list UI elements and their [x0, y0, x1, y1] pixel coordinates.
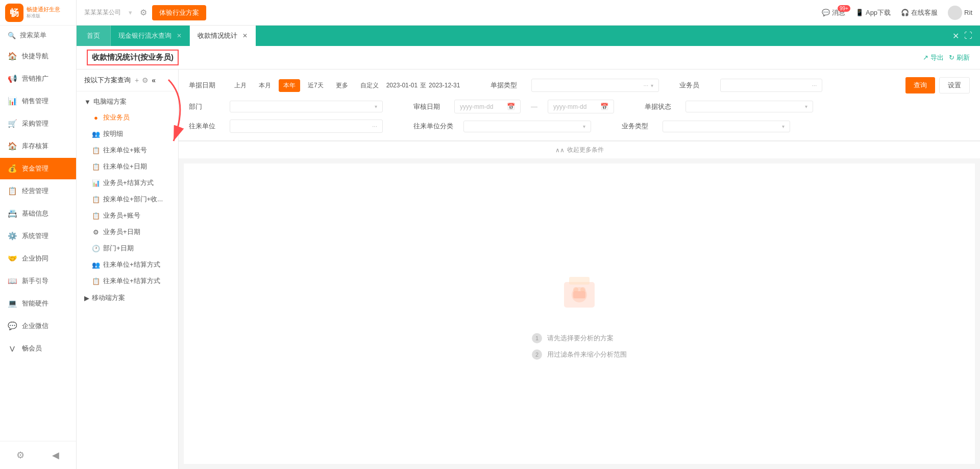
partner-settlement2-icon: 📋: [92, 277, 100, 285]
sidebar-item-inventory[interactable]: 🏠 库存核算: [0, 135, 76, 157]
tree-item-salesman-date[interactable]: ⚙ 业务员+日期: [77, 224, 178, 240]
topbar-message-btn[interactable]: 💬 消息 99+: [822, 8, 845, 17]
calendar-start-icon[interactable]: 📅: [507, 103, 515, 110]
partner-category-select[interactable]: ▾: [463, 121, 591, 132]
scheme-settings-icon[interactable]: ⚙: [142, 76, 149, 84]
sidebar-item-marketing[interactable]: 📢 营销推广: [0, 68, 76, 89]
salesman-select[interactable]: ···: [720, 79, 822, 92]
inventory-icon: 🏠: [8, 142, 17, 151]
logo-badge: 标准版: [27, 13, 60, 19]
date-btn-7-days[interactable]: 近7天: [303, 79, 328, 92]
service-label: 在线客服: [911, 8, 938, 17]
tree-item-partner-settlement2[interactable]: 📋 往来单位+结算方式: [77, 273, 178, 289]
tree-mobile-header[interactable]: ▶ 移动端方案: [77, 289, 178, 306]
tab-actions: ✕ ⛶: [945, 31, 980, 41]
review-date-start-value: yyyy-mm-dd: [460, 103, 504, 110]
sidebar-item-basic[interactable]: 📇 基础信息: [0, 203, 76, 224]
tree-item-by-salesman[interactable]: ● 按业务员: [77, 109, 178, 126]
empty-steps: 1 请先选择要分析的方案 2 用过滤条件来缩小分析范围: [532, 333, 627, 366]
sidebar-item-purchase[interactable]: 🛒 采购管理: [0, 113, 76, 134]
topbar-right: 💬 消息 99+ 📱 App下载 🎧 在线客服 Rit: [822, 6, 972, 20]
sidebar-item-system[interactable]: ⚙️ 系统管理: [0, 225, 76, 247]
voucher-status-label: 单据状态: [645, 102, 675, 111]
refresh-btn[interactable]: ↻ 刷新: [949, 53, 970, 62]
tab-bank-close-icon[interactable]: ✕: [177, 32, 182, 39]
sidebar-item-guide[interactable]: 📖 新手引导: [0, 270, 76, 292]
sidebar-search[interactable]: 🔍 搜索菜单: [0, 26, 76, 45]
tree-item-partner-dept[interactable]: 📋 按来单位+部门+收...: [77, 191, 178, 207]
voucher-type-more-icon: ···: [643, 82, 648, 89]
tree-item-dept-date[interactable]: 🕐 部门+日期: [77, 240, 178, 256]
add-scheme-icon[interactable]: +: [135, 76, 139, 84]
calendar-end-icon[interactable]: 📅: [600, 103, 608, 110]
voucher-type-select[interactable]: ··· ▾: [531, 79, 659, 92]
partner-select[interactable]: ···: [230, 120, 383, 133]
partner-category-arrow-icon: ▾: [583, 124, 585, 129]
dept-select[interactable]: ▾: [230, 101, 383, 112]
tree-item-salesman-settlement-label: 业务员+结算方式: [103, 178, 154, 187]
tab-bank[interactable]: 现金银行流水查询 ✕: [111, 26, 190, 46]
empty-illustration: [549, 262, 610, 323]
user-avatar: [948, 6, 962, 20]
collapse-panel-icon[interactable]: «: [152, 76, 156, 84]
tree-section: ▼ 电脑端方案 ● 按业务员 👥 按明细 📋 往来单位+账号 📋 往来: [77, 91, 178, 308]
tab-receipt-close-icon[interactable]: ✕: [242, 32, 248, 39]
voucher-status-select[interactable]: ▾: [685, 101, 813, 112]
topbar-dropdown-arrow: ▾: [129, 9, 132, 16]
tab-maximize-icon[interactable]: ⛶: [964, 31, 972, 40]
guide-label: 新手引导: [22, 276, 48, 286]
sidebar-item-vip[interactable]: V 畅会员: [0, 338, 76, 359]
date-btn-last-month[interactable]: 上月: [230, 79, 251, 92]
sidebar-item-quick-nav[interactable]: 🏠 快捷导航: [0, 45, 76, 67]
sidebar-collapse-btn[interactable]: ◀: [41, 447, 71, 464]
review-date-end-input[interactable]: yyyy-mm-dd 📅: [548, 100, 614, 113]
tab-close-all-icon[interactable]: ✕: [952, 31, 959, 41]
date-btn-more[interactable]: 更多: [331, 79, 353, 92]
tree-item-salesman-account[interactable]: 📋 业务员+账号: [77, 207, 178, 224]
export-btn[interactable]: ↗ 导出: [923, 53, 944, 62]
topbar-user-btn[interactable]: Rit: [948, 6, 972, 20]
business-type-select[interactable]: ▾: [663, 121, 790, 132]
solution-btn[interactable]: 体验行业方案: [152, 5, 206, 20]
sidebar-item-collab[interactable]: 🤝 企业协同: [0, 248, 76, 269]
tree-item-by-detail[interactable]: 👥 按明细: [77, 126, 178, 142]
tab-receipt[interactable]: 收款情况统计 ✕: [190, 26, 256, 46]
tree-desktop-header[interactable]: ▼ 电脑端方案: [77, 94, 178, 109]
topbar-service-btn[interactable]: 🎧 在线客服: [901, 8, 938, 17]
date-btn-this-month[interactable]: 本月: [254, 79, 276, 92]
sidebar-item-sales[interactable]: 📊 销售管理: [0, 90, 76, 112]
sidebar-item-hardware[interactable]: 💻 智能硬件: [0, 293, 76, 314]
tab-home[interactable]: 首页: [77, 26, 111, 46]
sidebar-settings-btn[interactable]: ⚙: [5, 447, 36, 464]
detail-icon: 👥: [92, 130, 100, 138]
date-btn-this-year[interactable]: 本年: [279, 79, 300, 92]
tree-item-partner-settlement1[interactable]: 👥 往来单位+结算方式: [77, 256, 178, 273]
topbar-breadcrumb: 某某某某公司: [84, 8, 121, 17]
topbar-app-download-btn[interactable]: 📱 App下载: [855, 8, 891, 17]
filter-area: 单据日期 上月 本月 本年 近7天 更多 自定义 2023-01-01 至 20…: [179, 69, 980, 141]
marketing-icon: 📢: [8, 74, 17, 83]
sidebar-item-finance[interactable]: 💰 资金管理: [0, 158, 76, 179]
wechat-label: 企业微信: [22, 321, 48, 331]
tree-item-partner-date[interactable]: 📋 往来单位+日期: [77, 158, 178, 175]
left-panel-header: 按以下方案查询 + ⚙ «: [77, 69, 178, 91]
partner-more-icon[interactable]: ···: [372, 123, 377, 130]
query-button[interactable]: 查询: [905, 77, 935, 93]
collapse-bar[interactable]: ∧∧ 收起更多条件: [179, 141, 980, 158]
finance-icon: 💰: [8, 164, 17, 173]
date-btn-custom[interactable]: 自定义: [356, 79, 383, 92]
sidebar-item-wechat[interactable]: 💬 企业微信: [0, 315, 76, 337]
search-icon: 🔍: [8, 32, 16, 39]
tree-item-partner-account[interactable]: 📋 往来单位+账号: [77, 142, 178, 158]
voucher-status-arrow-icon: ▾: [805, 104, 807, 109]
settings-button[interactable]: 设置: [939, 77, 970, 93]
filter-row-2: 部门 ▾ 审核日期 yyyy-mm-dd 📅 — yyyy-mm-dd 📅: [189, 100, 970, 113]
topbar-gear-icon[interactable]: ⚙: [140, 8, 147, 17]
app-icon: 📱: [855, 9, 864, 16]
hardware-icon: 💻: [8, 299, 17, 308]
sidebar-item-operations[interactable]: 📋 经营管理: [0, 180, 76, 202]
review-date-start-input[interactable]: yyyy-mm-dd 📅: [454, 100, 521, 113]
partner-category-label: 往来单位分类: [413, 122, 453, 131]
main-area: 某某某某公司 ▾ ⚙ 体验行业方案 💬 消息 99+ 📱 App下载 🎧 在线客…: [77, 0, 980, 469]
tree-item-salesman-settlement[interactable]: 📊 业务员+结算方式: [77, 175, 178, 191]
